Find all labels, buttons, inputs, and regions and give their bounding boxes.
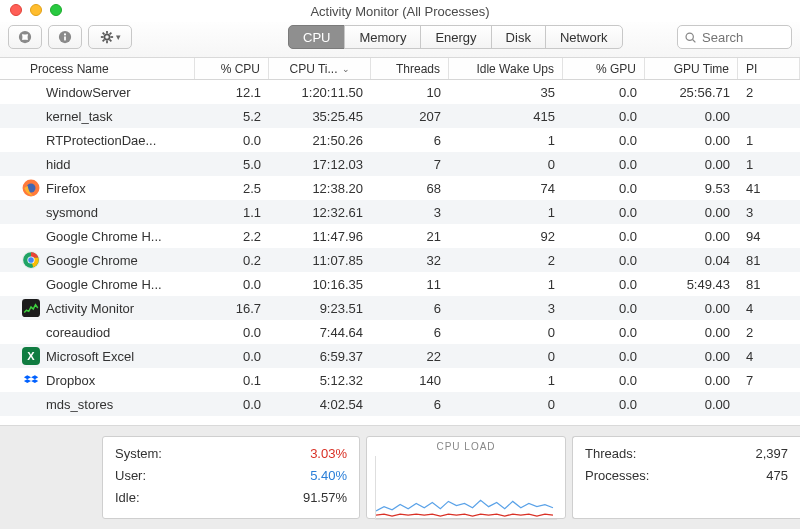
col-threads[interactable]: Threads: [371, 58, 449, 79]
table-row[interactable]: Google Chrome H...0.010:16.351110.05:49.…: [0, 272, 800, 296]
pid: 4: [738, 349, 800, 364]
table-row[interactable]: Google Chrome0.211:07.853220.00.0481: [0, 248, 800, 272]
user-label: User:: [115, 465, 146, 487]
user-value: 5.40%: [310, 465, 347, 487]
pid: 2: [738, 85, 800, 100]
tab-bar: CPU Memory Energy Disk Network: [288, 25, 623, 49]
idle-wakeups: 0: [449, 325, 563, 340]
threads: 7: [371, 157, 449, 172]
table-row[interactable]: sysmond1.112:32.61310.00.003: [0, 200, 800, 224]
threads: 10: [371, 85, 449, 100]
cpu-load-graph: CPU LOAD: [366, 436, 566, 519]
process-name: kernel_task: [46, 109, 112, 124]
process-name: Firefox: [46, 181, 86, 196]
gpu-percent: 0.0: [563, 325, 645, 340]
tab-cpu[interactable]: CPU: [288, 25, 345, 49]
pid: 2: [738, 325, 800, 340]
table-header: Process Name % CPU CPU Ti... ⌄ Threads I…: [0, 58, 800, 80]
cpu-percent: 0.2: [195, 253, 269, 268]
search-field[interactable]: [677, 25, 792, 49]
tab-network[interactable]: Network: [545, 25, 623, 49]
table-row[interactable]: kernel_task5.235:25.452074150.00.00: [0, 104, 800, 128]
processes-label: Processes:: [585, 465, 649, 487]
app-icon: X: [22, 347, 40, 365]
cpu-percent: 0.0: [195, 397, 269, 412]
table-row[interactable]: coreaudiod0.07:44.64600.00.002: [0, 320, 800, 344]
pid: 1: [738, 133, 800, 148]
table-row[interactable]: Google Chrome H...2.211:47.9621920.00.00…: [0, 224, 800, 248]
cpu-time: 7:44.64: [269, 325, 371, 340]
tab-energy[interactable]: Energy: [420, 25, 491, 49]
cpu-percent: 1.1: [195, 205, 269, 220]
info-icon: [58, 30, 72, 44]
chevron-down-icon: ▾: [116, 32, 121, 42]
svg-line-13: [109, 40, 111, 42]
processes-value: 475: [766, 465, 788, 487]
gpu-percent: 0.0: [563, 109, 645, 124]
process-table[interactable]: WindowServer12.11:20:11.5010350.025:56.7…: [0, 80, 800, 420]
titlebar: Activity Monitor (All Processes): [0, 0, 800, 22]
col-idle-wakeups[interactable]: Idle Wake Ups: [449, 58, 563, 79]
close-window-button[interactable]: [10, 4, 22, 16]
cpu-time: 12:38.20: [269, 181, 371, 196]
pid: 1: [738, 157, 800, 172]
footer-panel: System: 3.03% User: 5.40% Idle: 91.57% C…: [0, 425, 800, 529]
search-icon: [684, 31, 697, 44]
cpu-percent: 0.0: [195, 133, 269, 148]
process-name: Google Chrome: [46, 253, 138, 268]
pid: 3: [738, 205, 800, 220]
col-cpu-percent[interactable]: % CPU: [195, 58, 269, 79]
stop-process-button[interactable]: [8, 25, 42, 49]
maximize-window-button[interactable]: [50, 4, 62, 16]
threads: 3: [371, 205, 449, 220]
cpu-time: 35:25.45: [269, 109, 371, 124]
table-row[interactable]: Dropbox0.15:12.3214010.00.007: [0, 368, 800, 392]
minimize-window-button[interactable]: [30, 4, 42, 16]
table-row[interactable]: RTProtectionDae...0.021:50.26610.00.001: [0, 128, 800, 152]
gpu-time: 0.04: [645, 253, 738, 268]
cpu-time: 12:32.61: [269, 205, 371, 220]
process-name: Google Chrome H...: [46, 229, 162, 244]
table-row[interactable]: mds_stores0.04:02.54600.00.00: [0, 392, 800, 416]
idle-wakeups: 1: [449, 373, 563, 388]
cpu-percent: 5.0: [195, 157, 269, 172]
col-pid[interactable]: PI: [738, 58, 800, 79]
tab-memory[interactable]: Memory: [344, 25, 421, 49]
idle-wakeups: 415: [449, 109, 563, 124]
svg-line-14: [102, 40, 104, 42]
threads: 6: [371, 325, 449, 340]
col-cpu-time[interactable]: CPU Ti... ⌄: [269, 58, 371, 79]
col-gpu-percent[interactable]: % GPU: [563, 58, 645, 79]
gpu-time: 5:49.43: [645, 277, 738, 292]
table-row[interactable]: XMicrosoft Excel0.06:59.372200.00.004: [0, 344, 800, 368]
process-name: Dropbox: [46, 373, 95, 388]
svg-line-12: [102, 33, 104, 35]
cpu-time: 5:12.32: [269, 373, 371, 388]
process-name: Microsoft Excel: [46, 349, 134, 364]
table-row[interactable]: Firefox2.512:38.2068740.09.5341: [0, 176, 800, 200]
tab-disk[interactable]: Disk: [491, 25, 546, 49]
table-row[interactable]: Activity Monitor16.79:23.51630.00.004: [0, 296, 800, 320]
idle-wakeups: 1: [449, 205, 563, 220]
svg-point-23: [28, 257, 34, 263]
cpu-time: 10:16.35: [269, 277, 371, 292]
info-button[interactable]: [48, 25, 82, 49]
options-button[interactable]: ▾: [88, 25, 132, 49]
table-row[interactable]: hidd5.017:12.03700.00.001: [0, 152, 800, 176]
search-input[interactable]: [702, 30, 782, 45]
app-icon: [22, 179, 40, 197]
col-gpu-time[interactable]: GPU Time: [645, 58, 738, 79]
idle-wakeups: 0: [449, 397, 563, 412]
table-row[interactable]: WindowServer12.11:20:11.5010350.025:56.7…: [0, 80, 800, 104]
counts-panel: Threads: 2,397 Processes: 475: [572, 436, 800, 519]
svg-line-17: [693, 39, 696, 42]
cpu-load-sparkline: [376, 456, 557, 519]
cpu-percent: 2.2: [195, 229, 269, 244]
idle-wakeups: 74: [449, 181, 563, 196]
col-process-name[interactable]: Process Name: [0, 58, 195, 79]
cpu-percent: 0.1: [195, 373, 269, 388]
idle-value: 91.57%: [303, 487, 347, 509]
gear-icon: [100, 30, 114, 44]
cpu-percent: 16.7: [195, 301, 269, 316]
gpu-time: 0.00: [645, 301, 738, 316]
